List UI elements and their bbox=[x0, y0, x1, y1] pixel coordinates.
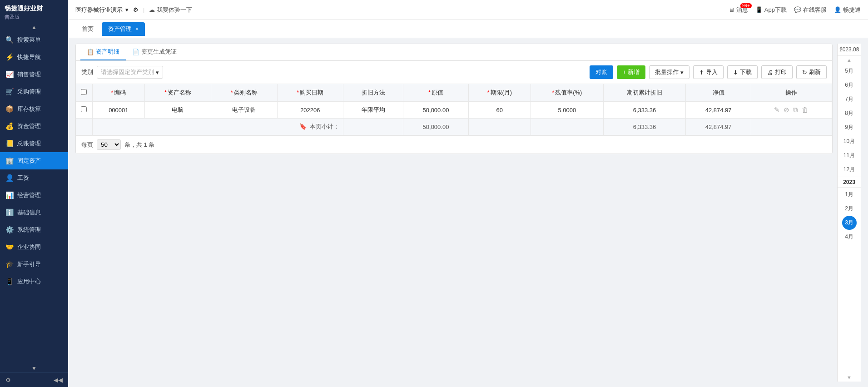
cell-residual-rate: 5.0000 bbox=[531, 102, 604, 119]
content-main: 📋 资产明细 📄 变更生成凭证 类别 请选择固定资产类别 ▾ bbox=[75, 44, 833, 382]
sidebar-item-4[interactable]: 📦库存核算 bbox=[0, 100, 68, 118]
toolbar: 类别 请选择固定资产类别 ▾ 对账 + 新增 bbox=[76, 61, 832, 84]
tab-close-icon[interactable]: × bbox=[135, 25, 139, 32]
nav-icon-0: 🔍 bbox=[5, 36, 14, 44]
cal-month-2022-5[interactable]: 10月 bbox=[838, 134, 861, 149]
per-page-select[interactable]: 50 100 200 bbox=[97, 139, 121, 150]
nav-label-6: 总账管理 bbox=[17, 139, 41, 148]
col-net-value: 净值 bbox=[686, 84, 751, 102]
delete-icon[interactable]: 🗑 bbox=[802, 106, 808, 114]
cell-action: ✎ ⊘ ⧉ 🗑 bbox=[751, 102, 832, 119]
cal-month-2022-2[interactable]: 7月 bbox=[838, 92, 861, 106]
sidebar-item-6[interactable]: 📒总账管理 bbox=[0, 135, 68, 152]
row-checkbox[interactable] bbox=[81, 106, 87, 112]
sidebar-scroll-down[interactable]: ▼ bbox=[0, 364, 68, 372]
cal-month-2022-3[interactable]: 8月 bbox=[838, 106, 861, 120]
panel-close-icon[interactable]: × bbox=[855, 45, 859, 53]
tab-asset-management[interactable]: 资产管理 × bbox=[102, 22, 145, 36]
panel-expand-icon[interactable]: ⟨ bbox=[839, 45, 842, 53]
nav-label-1: 快捷导航 bbox=[17, 53, 41, 61]
cal-month-2023-2[interactable]: 3月 bbox=[842, 216, 857, 230]
col-action: 操作 bbox=[751, 84, 832, 102]
deactivate-icon[interactable]: ⊘ bbox=[784, 106, 789, 114]
cal-month-2023-0[interactable]: 1月 bbox=[838, 188, 861, 202]
sidebar-item-2[interactable]: 📈销售管理 bbox=[0, 66, 68, 83]
sidebar-item-9[interactable]: 📊经营管理 bbox=[0, 187, 68, 204]
experience-button[interactable]: ☁ 我要体验一下 bbox=[149, 6, 192, 14]
sidebar-item-14[interactable]: 📱应用中心 bbox=[0, 273, 68, 290]
cal-month-2023-1[interactable]: 2月 bbox=[838, 202, 861, 216]
app-download-button[interactable]: 📱 App下载 bbox=[755, 6, 787, 14]
sidebar-item-12[interactable]: 🤝企业协同 bbox=[0, 238, 68, 256]
company-selector[interactable]: 医疗器械行业演示 ▾ bbox=[75, 6, 129, 14]
download-button[interactable]: ⬇ 下载 bbox=[727, 65, 758, 79]
subtotal-original-value: 50,000.00 bbox=[403, 119, 468, 135]
gear-icon[interactable]: ⚙ bbox=[133, 6, 139, 13]
batch-dropdown-icon: ▾ bbox=[680, 69, 684, 76]
col-purchase-date: *购买日期 bbox=[277, 84, 343, 102]
cell-original-value: 50,000.00 bbox=[403, 102, 468, 119]
sub-tabs: 📋 资产明细 📄 变更生成凭证 bbox=[76, 44, 832, 61]
cell-name: 电脑 bbox=[145, 102, 211, 119]
cell-purchase-date: 202206 bbox=[277, 102, 343, 119]
nav-icon-13: 🎓 bbox=[5, 260, 14, 268]
col-period: *期限(月) bbox=[468, 84, 531, 102]
cal-month-2023-3[interactable]: 4月 bbox=[838, 230, 861, 244]
nav-icon-4: 📦 bbox=[5, 105, 14, 113]
cal-month-2022-6[interactable]: 11月 bbox=[838, 149, 861, 163]
edit-icon[interactable]: ✎ bbox=[774, 106, 780, 114]
nav-label-9: 经营管理 bbox=[17, 191, 41, 199]
sub-tab-asset-detail[interactable]: 📋 资产明细 bbox=[80, 44, 126, 60]
sidebar-item-10[interactable]: ℹ️基础信息 bbox=[0, 204, 68, 221]
sidebar-item-0[interactable]: 🔍搜索菜单 bbox=[0, 31, 68, 49]
subtotal-net-value: 42,874.97 bbox=[686, 119, 751, 135]
tab-home[interactable]: 首页 bbox=[75, 22, 100, 36]
category-select[interactable]: 请选择固定资产类别 ▾ bbox=[97, 66, 163, 79]
print-button[interactable]: 🖨 打印 bbox=[761, 65, 793, 79]
cal-month-2022-0[interactable]: 5月 bbox=[838, 64, 861, 78]
import-button[interactable]: ⬆ 导入 bbox=[693, 65, 724, 79]
sidebar-bottom: ⚙ ◀◀ bbox=[0, 372, 68, 387]
refresh-button[interactable]: ↻ 刷新 bbox=[796, 65, 827, 79]
sidebar-item-5[interactable]: 💰资金管理 bbox=[0, 118, 68, 135]
cell-code: 000001 bbox=[92, 102, 145, 119]
copy-icon[interactable]: ⧉ bbox=[793, 106, 798, 114]
pagination: 每页 50 100 200 条，共 1 条 bbox=[76, 135, 832, 154]
duizhang-button[interactable]: 对账 bbox=[590, 65, 613, 79]
sidebar-item-8[interactable]: 👤工资 bbox=[0, 169, 68, 187]
content-area: 📋 资产明细 📄 变更生成凭证 类别 请选择固定资产类别 ▾ bbox=[68, 38, 868, 387]
user-button[interactable]: 👤 畅捷通 bbox=[834, 6, 861, 14]
select-arrow-icon: ▾ bbox=[156, 69, 159, 76]
cell-net-value: 42,874.97 bbox=[686, 102, 751, 119]
calendar-scroll-down[interactable]: ▼ bbox=[838, 373, 861, 382]
filter-label: 类别 bbox=[81, 68, 93, 76]
sidebar-item-11[interactable]: ⚙️系统管理 bbox=[0, 221, 68, 238]
nav-icon-3: 🛒 bbox=[5, 88, 14, 96]
nav-icon-2: 📈 bbox=[5, 70, 14, 79]
import-icon: ⬆ bbox=[699, 69, 704, 76]
settings-icon[interactable]: ⚙ bbox=[5, 377, 11, 383]
collapse-icon[interactable]: ◀◀ bbox=[54, 377, 63, 383]
cell-period-depreciation: 6,333.36 bbox=[603, 102, 686, 119]
sidebar-scroll-up[interactable]: ▲ bbox=[0, 23, 68, 31]
sidebar-item-3[interactable]: 🛒采购管理 bbox=[0, 83, 68, 100]
calendar-scroll-up[interactable]: ▲ bbox=[838, 56, 861, 64]
batch-button[interactable]: 批量操作 ▾ bbox=[649, 65, 689, 79]
cell-period: 60 bbox=[468, 102, 531, 119]
nav-label-0: 搜索菜单 bbox=[17, 36, 41, 44]
sub-tab-change-voucher[interactable]: 📄 变更生成凭证 bbox=[126, 44, 183, 60]
notification-button[interactable]: 🖥 消息 99+ bbox=[729, 6, 748, 14]
cal-month-2022-1[interactable]: 6月 bbox=[838, 78, 861, 92]
online-service-button[interactable]: 💬 在线客服 bbox=[794, 6, 827, 14]
sidebar-item-1[interactable]: ⚡快捷导航 bbox=[0, 49, 68, 66]
select-all-checkbox[interactable] bbox=[81, 89, 87, 95]
sidebar-item-7[interactable]: 🏢固定资产 bbox=[0, 152, 68, 169]
table-header-row: *编码 *资产名称 *类别名称 *购买日期 折旧方法 *原值 *期限(月) *残… bbox=[76, 84, 832, 102]
experience-label: 我要体验一下 bbox=[157, 6, 192, 14]
cal-month-2022-4[interactable]: 9月 bbox=[838, 120, 861, 134]
sidebar-item-13[interactable]: 🎓新手引导 bbox=[0, 256, 68, 273]
add-button[interactable]: + 新增 bbox=[617, 65, 645, 79]
service-icon: 💬 bbox=[794, 6, 801, 13]
cal-month-2022-7[interactable]: 12月 bbox=[838, 163, 861, 177]
col-depreciation-method: 折旧方法 bbox=[343, 84, 403, 102]
